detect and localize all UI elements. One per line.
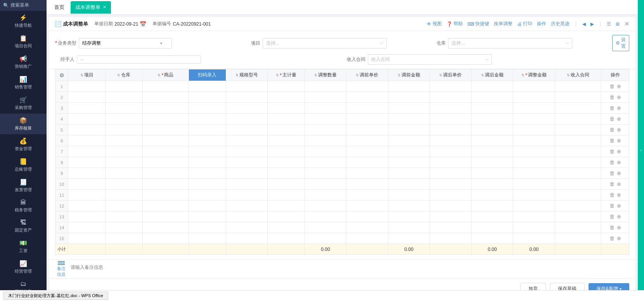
sidebar-item-salary[interactable]: 💵工资 [0, 236, 47, 257]
cell-scan[interactable] [189, 179, 226, 190]
cell-pre-unit-price[interactable] [346, 114, 388, 125]
cell-income-contract[interactable] [555, 179, 601, 190]
copy-icon[interactable]: ⊕ [617, 214, 621, 220]
delete-icon[interactable]: 🗑 [609, 116, 615, 122]
close-form-button[interactable]: ✕ [624, 20, 629, 28]
cell-post-amount[interactable] [471, 81, 513, 92]
cell-adjust-amount[interactable] [513, 135, 555, 146]
cell-pre-unit-price[interactable] [346, 103, 388, 114]
cell-pre-unit-price[interactable] [346, 233, 388, 244]
cell-pre-unit-price[interactable] [346, 92, 388, 103]
help-button[interactable]: ❓ 帮助 [447, 21, 463, 27]
cell-scan[interactable] [189, 146, 226, 157]
cell-spec[interactable] [226, 222, 268, 233]
sidebar-item-finance[interactable]: 💰资金管理 [0, 134, 47, 155]
cell-project[interactable] [68, 233, 106, 244]
cell-income-contract[interactable] [555, 190, 601, 201]
cell-spec[interactable] [226, 211, 268, 222]
copy-icon[interactable]: ⊕ [617, 138, 621, 144]
cell-unit[interactable] [268, 125, 305, 135]
cell-warehouse[interactable] [106, 135, 143, 146]
copy-icon[interactable]: ⊕ [617, 94, 621, 100]
delete-icon[interactable]: 🗑 [609, 138, 615, 144]
cell-project[interactable] [68, 157, 106, 168]
cell-goods[interactable] [142, 146, 189, 157]
cell-goods[interactable] [142, 222, 189, 233]
cell-post-unit-price[interactable] [430, 201, 472, 211]
cell-spec[interactable] [226, 179, 268, 190]
cell-project[interactable] [68, 168, 106, 179]
cell-adjust-qty[interactable] [305, 125, 346, 135]
cell-post-amount[interactable] [471, 157, 513, 168]
cell-pre-amount[interactable] [388, 81, 430, 92]
cell-post-amount[interactable] [471, 168, 513, 179]
cell-adjust-qty[interactable] [305, 211, 346, 222]
sidebar-item-marketing[interactable]: 📢营销推广 [0, 52, 47, 73]
cell-income-contract[interactable] [555, 168, 601, 179]
cell-income-contract[interactable] [555, 146, 601, 157]
cell-adjust-amount[interactable] [513, 146, 555, 157]
cell-adjust-qty[interactable] [305, 135, 346, 146]
sidebar-item-project-contract[interactable]: 📋项目合同 [0, 31, 47, 52]
cell-unit[interactable] [268, 201, 305, 211]
cell-income-contract[interactable] [555, 103, 601, 114]
cell-pre-amount[interactable] [388, 135, 430, 146]
cell-adjust-qty[interactable] [305, 190, 346, 201]
settings-button[interactable]: ⚙ 设置 [612, 35, 629, 51]
cell-goods[interactable] [142, 233, 189, 244]
cell-project[interactable] [68, 81, 106, 92]
cell-pre-amount[interactable] [388, 157, 430, 168]
cell-scan[interactable] [189, 135, 226, 146]
cell-goods[interactable] [142, 211, 189, 222]
batch-edit-button[interactable]: 按单调整 [494, 21, 512, 27]
cell-scan[interactable] [189, 222, 226, 233]
sidebar-item-sales[interactable]: 📊销售管理 [0, 73, 47, 93]
cell-scan[interactable] [189, 201, 226, 211]
copy-icon[interactable]: ⊕ [617, 181, 621, 187]
cell-unit[interactable] [268, 146, 305, 157]
cell-post-unit-price[interactable] [430, 135, 472, 146]
cell-warehouse[interactable] [106, 168, 143, 179]
delete-icon[interactable]: 🗑 [609, 225, 615, 230]
cell-warehouse[interactable] [106, 146, 143, 157]
cell-post-unit-price[interactable] [430, 114, 472, 125]
delete-icon[interactable]: 🗑 [609, 149, 615, 154]
shortcut-button[interactable]: ⌨ 快捷键 [467, 21, 489, 27]
delete-icon[interactable]: 🗑 [609, 235, 615, 241]
cell-goods[interactable] [142, 125, 189, 135]
cell-adjust-amount[interactable] [513, 190, 555, 201]
cell-unit[interactable] [268, 168, 305, 179]
cell-goods[interactable] [142, 114, 189, 125]
cell-scan[interactable] [189, 233, 226, 244]
cell-post-unit-price[interactable] [430, 222, 472, 233]
cell-post-unit-price[interactable] [430, 168, 472, 179]
cell-scan[interactable] [189, 211, 226, 222]
cell-post-amount[interactable] [471, 114, 513, 125]
cell-adjust-qty[interactable] [305, 103, 346, 114]
cell-pre-unit-price[interactable] [346, 211, 388, 222]
cell-spec[interactable] [226, 157, 268, 168]
cell-adjust-amount[interactable] [513, 222, 555, 233]
cell-income-contract[interactable] [555, 81, 601, 92]
sidebar-item-invoice[interactable]: 🧾发票管理 [0, 175, 47, 196]
search-menu-button[interactable]: 🔍 搜索菜单 [0, 0, 47, 10]
delete-icon[interactable]: 🗑 [609, 181, 615, 187]
tab-cost-adjust[interactable]: 成本调整单 ✕ [71, 1, 111, 14]
tab-close-icon[interactable]: ✕ [103, 5, 106, 10]
delete-icon[interactable]: 🗑 [609, 83, 615, 89]
cell-adjust-qty[interactable] [305, 81, 346, 92]
cell-goods[interactable] [142, 157, 189, 168]
th-scan[interactable]: 扫码录入 [189, 69, 226, 81]
cell-goods[interactable] [142, 92, 189, 103]
copy-icon[interactable]: ⊕ [617, 159, 621, 165]
cell-unit[interactable] [268, 92, 305, 103]
cell-warehouse[interactable] [106, 81, 143, 92]
operate-button[interactable]: 操作 [537, 21, 546, 27]
cell-post-amount[interactable] [471, 146, 513, 157]
cell-spec[interactable] [226, 103, 268, 114]
right-sidebar-indicator[interactable]: ‹ [638, 0, 644, 301]
copy-icon[interactable]: ⊕ [617, 170, 621, 176]
cell-spec[interactable] [226, 190, 268, 201]
calendar-icon[interactable]: 📅 [140, 21, 146, 27]
cell-project[interactable] [68, 179, 106, 190]
